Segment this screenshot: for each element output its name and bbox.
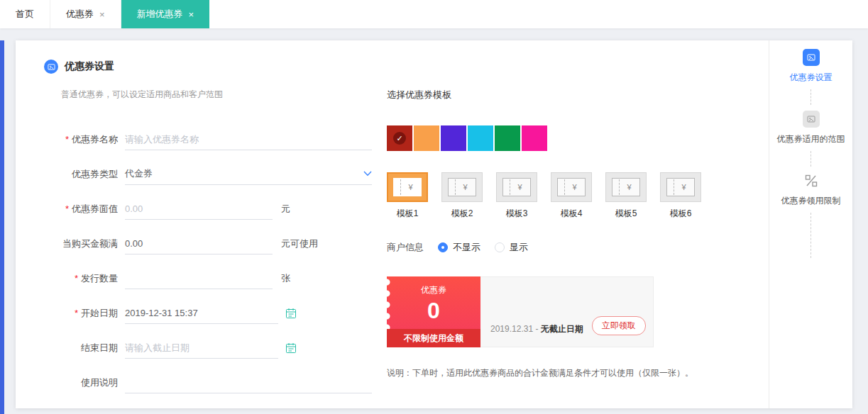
instructions-input[interactable] [125,372,372,393]
form-row-type: 优惠券类型 代金券 [44,157,387,191]
start-date-input[interactable] [125,303,278,324]
form-row-quantity: 发行数量 张 [44,261,387,296]
form-row-start-date: 开始日期 [44,296,387,330]
coupon-settings-icon [803,49,820,66]
tab-coupon-list-label: 优惠券 [66,8,94,21]
ticket-icon: ¥ [441,172,483,202]
coupon-preview-amount: 0 [387,298,480,324]
field-label: 当购买金额满 [44,237,118,250]
calendar-icon[interactable] [285,308,297,319]
color-swatch[interactable] [441,125,466,151]
usage-note: 说明：下单时，适用此优惠券商品的合计金额满足条件才可以使用（仅限一张）。 [387,367,769,379]
template-option-4[interactable]: ¥ 模板4 [551,172,592,220]
field-label: 开始日期 [44,307,118,320]
coupon-preview-limit: 不限制使用金额 [387,329,480,347]
radio-show[interactable]: 显示 [495,241,528,254]
radio-label: 不显示 [453,241,480,254]
field-label: 使用说明 [44,376,118,389]
template-option-6[interactable]: ¥ 模板6 [660,172,701,220]
form-rows: 优惠券名称 优惠券类型 代金券 [44,122,387,400]
tab-new-coupon-label: 新增优惠券 [137,8,183,21]
form-row-face-value: 优惠券面值 元 [44,191,387,226]
template-label: 模板1 [397,208,419,220]
template-option-1[interactable]: ¥ 模板1 [387,172,428,220]
card-main: 优惠券设置 普通优惠券，可以设定适用商品和客户范围 优惠券名称 优惠券类型 [16,40,769,408]
form-row-min-amount: 当购买金额满 元可使用 [44,226,387,261]
step-coupon-settings[interactable]: 优惠券设置 [790,49,833,84]
quantity-input[interactable] [125,268,273,289]
step-connector [811,151,811,167]
selected-check-icon: ✓ [387,125,412,151]
template-option-2[interactable]: ¥ 模板2 [441,172,483,220]
template-label: 模板5 [615,208,637,220]
chevron-down-icon [363,171,372,177]
tab-new-coupon[interactable]: 新增优惠券 × [121,0,210,28]
coupon-preview: 优惠券 0 不限制使用金额 2019.12.31 - 无截止日期 立即领取 [387,276,637,347]
tab-coupon-list[interactable]: 优惠券 × [50,0,121,28]
coupon-editor-card: 优惠券设置 普通优惠券，可以设定适用商品和客户范围 优惠券名称 优惠券类型 [16,40,852,408]
step-connector [811,89,811,105]
page-description: 普通优惠券，可以设定适用商品和客户范围 [61,89,387,101]
end-date-input[interactable] [125,337,278,359]
step-label: 优惠券设置 [790,72,833,84]
close-icon[interactable]: × [189,10,194,19]
tab-home[interactable]: 首页 [0,0,50,28]
merchant-info-label: 商户信息 [387,241,424,254]
claim-button-preview: 立即领取 [592,316,646,335]
template-label: 模板6 [670,208,692,220]
face-value-input[interactable] [125,198,273,220]
sidebar-strip[interactable] [0,40,4,414]
coupon-form: 普通优惠券，可以设定适用商品和客户范围 优惠券名称 优惠券类型 代金券 [44,89,387,400]
coupon-limit-icon [803,172,820,189]
form-row-end-date: 结束日期 [44,330,387,365]
color-swatch[interactable] [468,125,493,151]
coupon-type-select[interactable]: 代金券 [125,164,372,185]
template-section-title: 选择优惠券模板 [387,89,769,101]
coupon-scope-icon [803,111,820,128]
color-swatch[interactable] [495,125,520,151]
radio-label: 显示 [510,241,528,254]
color-swatch[interactable]: ✓ [387,125,412,151]
coupon-validity: 2019.12.31 - 无截止日期 [490,323,583,335]
field-label: 结束日期 [44,342,118,354]
field-label: 优惠券名称 [44,133,118,146]
page-header: 优惠券设置 [44,59,769,74]
radio-hide[interactable]: 不显示 [438,241,480,254]
field-label: 优惠券类型 [44,168,118,181]
template-label: 模板4 [561,208,583,220]
coupon-preview-right: 2019.12.31 - 无截止日期 立即领取 [480,276,654,347]
form-row-name: 优惠券名称 [44,122,387,157]
coupon-preview-left: 优惠券 0 不限制使用金额 [387,276,480,347]
color-swatch[interactable] [522,125,547,151]
template-label: 模板2 [451,208,473,220]
color-swatch[interactable] [414,125,439,151]
select-value: 代金券 [125,167,153,180]
radio-icon [495,242,505,252]
form-row-instructions: 使用说明 [44,365,387,400]
step-connector [811,213,811,258]
calendar-icon[interactable] [285,342,297,354]
ticket-icon: ¥ [605,172,647,202]
color-swatches: ✓ [387,125,769,151]
step-coupon-scope[interactable]: 优惠券适用的范围 [777,111,845,145]
template-option-3[interactable]: ¥ 模板3 [496,172,537,220]
tab-bar: 首页 优惠券 × 新增优惠券 × [0,0,868,28]
min-amount-input[interactable] [125,233,273,254]
template-label: 模板3 [506,208,528,220]
close-icon[interactable]: × [99,10,105,19]
coupon-name-input[interactable] [125,129,372,150]
template-picker: 选择优惠券模板 ✓ ¥ 模板1 [387,89,769,400]
unit-suffix: 张 [281,272,290,285]
ticket-icon: ¥ [496,172,537,202]
page-title: 优惠券设置 [65,60,114,73]
template-option-5[interactable]: ¥ 模板5 [605,172,647,220]
ticket-icon: ¥ [660,172,701,202]
ticket-icon: ¥ [387,172,428,202]
tab-home-label: 首页 [16,8,34,21]
merchant-info-group: 商户信息 不显示 显示 [387,241,769,254]
step-coupon-limit[interactable]: 优惠券领用限制 [781,172,841,207]
field-label: 优惠券面值 [44,203,118,216]
ticket-icon: ¥ [551,172,592,202]
coupon-preview-title: 优惠券 [387,276,480,296]
step-label: 优惠券适用的范围 [777,133,845,145]
